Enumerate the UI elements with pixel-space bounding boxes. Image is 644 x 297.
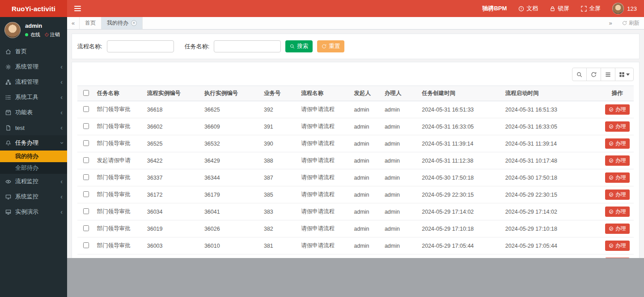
- tabs: 首页我的待办×: [80, 17, 143, 29]
- sidebar-item-system-monitor[interactable]: 系统监控‹: [0, 189, 67, 204]
- handle-button[interactable]: 办理: [605, 138, 630, 149]
- cell-business_id: 375: [262, 254, 299, 258]
- column-header: 业务号: [262, 86, 299, 101]
- toggle-view-icon: [605, 72, 611, 77]
- handle-button[interactable]: 办理: [605, 155, 630, 166]
- row-checkbox[interactable]: [83, 225, 89, 231]
- table-toggle-view-button[interactable]: [601, 68, 615, 81]
- reset-button[interactable]: 重置: [317, 40, 344, 52]
- cell-execution_instance: 36429: [203, 152, 262, 169]
- search-icon: [290, 44, 295, 49]
- sidebar-item-system-tools[interactable]: 系统工具‹: [0, 90, 67, 105]
- handle-button[interactable]: 办理: [605, 258, 630, 258]
- search-button[interactable]: 搜索: [285, 40, 313, 52]
- sidebar-item-test[interactable]: test‹: [0, 120, 67, 135]
- cell-process_name: 请假申请流程: [299, 237, 352, 254]
- tab-close-icon[interactable]: ×: [131, 20, 137, 26]
- cell-assignee: admin: [383, 254, 420, 258]
- handle-button[interactable]: 办理: [605, 104, 630, 115]
- table-row: 部门领导审批3600336010381请假申请流程adminadmin2024-…: [77, 237, 634, 254]
- table-row: 发起请假申请3561535622375请假申请流程adminadmin2024-…: [77, 254, 634, 258]
- cell-start_time: 2024-05-29 17:10:18: [504, 220, 601, 237]
- table-row: 部门领导审批3660236609391请假申请流程adminadmin2024-…: [77, 118, 634, 135]
- sidebar-item-process-management[interactable]: 流程管理‹: [0, 74, 67, 90]
- task-table-body: 部门领导审批3661836625392请假申请流程adminadmin2024-…: [77, 101, 634, 258]
- select-all-checkbox[interactable]: [83, 90, 89, 96]
- box-icon: [5, 110, 11, 116]
- cell-initiator: admin: [352, 186, 382, 203]
- column-header: 发起人: [352, 86, 382, 101]
- lock-screen-link[interactable]: 锁屏: [550, 4, 569, 13]
- online-label: 在线: [30, 31, 40, 38]
- handle-button[interactable]: 办理: [605, 172, 630, 183]
- sidebar-subitem-all-todo[interactable]: 全部待办: [0, 162, 67, 174]
- tab-my-todo[interactable]: 我的待办×: [102, 17, 143, 29]
- tabs-scroll-right-button[interactable]: »: [604, 20, 617, 26]
- sidebar-menu: 首页系统管理‹流程管理‹系统工具‹功能表‹test‹任务办理‹我的待办全部待办流…: [0, 44, 67, 220]
- column-header: 操作: [601, 86, 634, 101]
- process-name-input[interactable]: [107, 40, 174, 52]
- handle-button[interactable]: 办理: [605, 224, 630, 234]
- sidebar-item-system-management[interactable]: 系统管理‹: [0, 59, 67, 74]
- tabs-scroll-left-button[interactable]: «: [67, 17, 80, 29]
- table-row: 发起请假申请3642236429388请假申请流程adminadmin2024-…: [77, 152, 634, 169]
- top-header: RuoYi-activiti 驰骋BPM ? 文档 锁屏 全屏 123: [0, 0, 644, 17]
- lock-icon: [550, 6, 555, 12]
- chevron-left-icon: ‹: [60, 178, 63, 185]
- row-checkbox[interactable]: [83, 140, 89, 146]
- fullscreen-link[interactable]: 全屏: [581, 4, 601, 13]
- audit-icon: [609, 226, 614, 231]
- row-checkbox[interactable]: [83, 157, 89, 163]
- user-menu[interactable]: 123: [612, 3, 637, 14]
- handle-button[interactable]: 办理: [605, 207, 630, 217]
- sidebar-item-process-monitor[interactable]: 流程监控‹: [0, 174, 67, 189]
- chevron-left-icon: ‹: [60, 94, 63, 100]
- cell-process_instance: 36602: [145, 118, 203, 135]
- row-checkbox[interactable]: [83, 106, 89, 112]
- cell-start_time: 2024-05-31 11:39:14: [504, 135, 601, 152]
- app-brand[interactable]: RuoYi-activiti: [0, 0, 67, 17]
- cell-process_instance: 35615: [145, 254, 203, 258]
- cell-initiator: admin: [352, 203, 382, 220]
- handle-button[interactable]: 办理: [605, 189, 630, 200]
- chevron-left-icon: ‹: [60, 194, 63, 200]
- search-icon: [576, 72, 582, 77]
- row-checkbox[interactable]: [83, 174, 89, 180]
- table-search-button[interactable]: [572, 68, 587, 81]
- cell-execution_instance: 36344: [203, 169, 262, 186]
- table-refresh-button[interactable]: [586, 68, 601, 81]
- tab-home[interactable]: 首页: [80, 17, 102, 29]
- logout-link[interactable]: 注销: [44, 31, 60, 38]
- bpm-link[interactable]: 驰骋BPM: [482, 4, 507, 13]
- sidebar: admin 在线 注销 首页系统管理‹流程管理‹系统工具‹功能表‹test‹任务…: [0, 17, 67, 297]
- cell-process_name: 请假申请流程: [299, 186, 352, 203]
- cell-assignee: admin: [383, 237, 420, 254]
- table-columns-button[interactable]: [615, 68, 634, 81]
- question-icon: ?: [518, 6, 524, 12]
- refresh-icon: [622, 21, 627, 26]
- cell-process_name: 请假申请流程: [299, 169, 352, 186]
- sidebar-item-task-handling[interactable]: 任务办理‹: [0, 135, 67, 151]
- row-checkbox[interactable]: [83, 208, 89, 214]
- docs-link[interactable]: ? 文档: [518, 4, 538, 13]
- cell-process_instance: 36172: [145, 186, 203, 203]
- tab-refresh-button[interactable]: 刷新: [622, 19, 640, 27]
- row-checkbox[interactable]: [83, 191, 89, 197]
- sidebar-subitem-my-todo[interactable]: 我的待办: [0, 151, 67, 162]
- sidebar-item-function-table[interactable]: 功能表‹: [0, 105, 67, 120]
- cell-business_id: 382: [262, 220, 299, 237]
- sidebar-item-home[interactable]: 首页: [0, 44, 67, 59]
- row-checkbox[interactable]: [83, 123, 89, 129]
- cell-process_name: 请假申请流程: [299, 220, 352, 237]
- sidebar-toggle-button[interactable]: [67, 0, 88, 17]
- sidebar-item-demo[interactable]: 实例演示‹: [0, 204, 67, 220]
- cell-created_time: 2024-05-29 17:10:18: [420, 220, 504, 237]
- search-form: 流程名称: 任务名称: 搜索 重置: [77, 40, 634, 52]
- handle-button[interactable]: 办理: [605, 241, 630, 251]
- topbar-right: 驰骋BPM ? 文档 锁屏 全屏 123: [482, 3, 644, 14]
- task-name-input[interactable]: [214, 40, 281, 52]
- row-checkbox[interactable]: [83, 242, 89, 248]
- cell-assignee: admin: [383, 152, 420, 169]
- cell-process_instance: 36618: [145, 101, 203, 118]
- handle-button[interactable]: 办理: [605, 121, 630, 132]
